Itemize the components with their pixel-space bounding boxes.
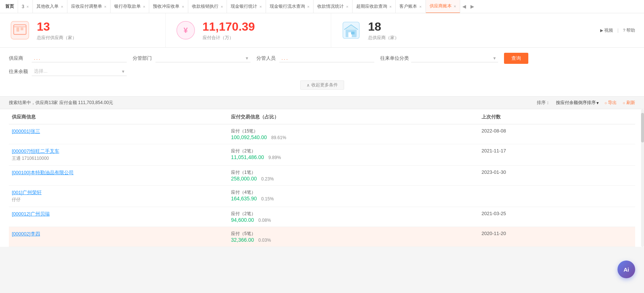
category-label: 往来单位分类 bbox=[380, 55, 409, 62]
query-button[interactable]: 查询 bbox=[504, 53, 528, 64]
supplier-sub-info: 仔仔 bbox=[12, 197, 225, 203]
nav-tab-overdue-collect[interactable]: 超期应收款查询 × bbox=[353, 0, 396, 13]
nav-tab-collect-stat-label: 收款情况统计 bbox=[317, 3, 344, 10]
refresh-label: 刷新 bbox=[626, 100, 635, 106]
close-icon[interactable]: × bbox=[61, 4, 63, 9]
summary-card-total-suppliers: 18 总供应商（家） ▶ 视频 | ? 帮助 bbox=[331, 13, 644, 47]
top-navigation: 首页 3 × 其他收入单 × 应收应付调整单 × 银行存取款单 × 预收冲应收单… bbox=[0, 0, 644, 13]
collapse-icon: ∧ bbox=[307, 83, 310, 88]
nav-tab-ap-adjust-label: 应收应付调整单 bbox=[71, 3, 102, 10]
filter-row-2: 往来余额 选择... ▾ bbox=[9, 67, 635, 76]
nav-tab-other-income[interactable]: 其他收入单 × bbox=[33, 0, 67, 13]
balance-label: 往来余额 bbox=[9, 68, 29, 75]
close-icon[interactable]: × bbox=[389, 4, 392, 9]
table-row: [000007]恒旺二手叉车王通 17106110000应付（2笔）11,051… bbox=[9, 144, 635, 166]
supplier-select[interactable]: ... bbox=[32, 54, 127, 62]
nav-tab-customer-account[interactable]: 客户账本 × bbox=[396, 0, 426, 13]
amount-value[interactable]: 258,000.00 bbox=[231, 176, 257, 182]
th-last-payment: 上次付数 bbox=[479, 109, 635, 124]
supplier-cell: [000007]恒旺二手叉车王通 17106110000 bbox=[9, 144, 228, 166]
nav-tab-home[interactable]: 首页 bbox=[1, 0, 18, 13]
nav-arrow-left[interactable]: ◀ bbox=[460, 0, 468, 13]
tx-type-count: 应付（15笔） bbox=[231, 128, 476, 134]
supplier-link[interactable]: [000001]张三 bbox=[12, 128, 40, 134]
nav-tab-collect-stat[interactable]: 收款情况统计 × bbox=[314, 0, 352, 13]
summary-card-total-ap-amount: ¥ 11,170.39 应付合计（万） bbox=[166, 13, 332, 47]
nav-tab-3[interactable]: 3 × bbox=[18, 0, 33, 13]
video-link[interactable]: ▶ 视频 bbox=[600, 27, 613, 34]
balance-select[interactable]: 选择... ▾ bbox=[32, 67, 127, 76]
filter-person: 分管人员 ... bbox=[256, 54, 374, 62]
supplier-link[interactable]: [000012]广州贝瑞 bbox=[12, 211, 50, 217]
filter-dept: 分管部门 ▾ bbox=[133, 54, 251, 62]
nav-tab-bank-deposit[interactable]: 银行存取款单 × bbox=[111, 0, 149, 13]
supplier-link[interactable]: [000007]恒旺二手叉车 bbox=[12, 148, 59, 154]
amount-value[interactable]: 94,600.00 bbox=[231, 217, 254, 223]
close-icon[interactable]: × bbox=[346, 4, 348, 9]
last-payment-date: 2020-11-20 bbox=[482, 231, 506, 236]
close-icon[interactable]: × bbox=[104, 4, 106, 9]
tx-count-label: （1笔） bbox=[240, 170, 256, 175]
close-icon[interactable]: × bbox=[259, 4, 262, 9]
close-icon[interactable]: × bbox=[221, 4, 223, 9]
tx-type-count: 应付（5笔） bbox=[231, 231, 476, 237]
percent-value: 0.23% bbox=[261, 176, 274, 182]
tx-count-label: （5笔） bbox=[240, 231, 256, 236]
nav-tab-3-close[interactable]: × bbox=[27, 4, 29, 9]
nav-tab-collect-verify[interactable]: 收款核销执行 × bbox=[188, 0, 227, 13]
total-ap-amount-number: 11,170.39 bbox=[203, 20, 255, 34]
result-bar: 搜索结果中，供应商13家 应付金额 111,703,854.00元 排序： 按应… bbox=[0, 97, 644, 109]
nav-tab-prepay-collect[interactable]: 预收冲应收单 × bbox=[149, 0, 188, 13]
total-suppliers-number: 18 bbox=[368, 20, 399, 34]
data-table-wrapper: 供应商信息 应付交易信息（占比） 上次付数 [000001]张三应付（15笔）1… bbox=[0, 109, 644, 247]
sort-value-button[interactable]: 按应付余额倒序排序 ▾ bbox=[556, 100, 599, 106]
help-link[interactable]: ? 帮助 bbox=[623, 27, 635, 34]
sort-value-text: 按应付余额倒序排序 bbox=[556, 100, 596, 106]
last-payment-cell: 2023-01-30 bbox=[479, 166, 635, 186]
supplier-table: 供应商信息 应付交易信息（占比） 上次付数 [000001]张三应付（15笔）1… bbox=[9, 109, 635, 247]
supplier-cell: [000001]张三 bbox=[9, 124, 228, 144]
last-payment-cell: 2021-11-17 bbox=[479, 144, 635, 166]
category-select[interactable]: ▾ bbox=[411, 54, 498, 62]
scrollbar-track[interactable] bbox=[641, 109, 644, 247]
close-icon[interactable]: × bbox=[454, 4, 456, 8]
amount-value[interactable]: 100,092,540.00 bbox=[231, 134, 267, 140]
close-icon[interactable]: × bbox=[143, 4, 145, 9]
table-row: [000001]张三应付（15笔）100,092,540.0089.61%202… bbox=[9, 124, 635, 144]
nav-tab-cash-bank-flow[interactable]: 现金银行流水查询 × bbox=[266, 0, 314, 13]
close-icon[interactable]: × bbox=[419, 4, 421, 9]
nav-tab-cash-bank-stat[interactable]: 现金银行统计 × bbox=[227, 0, 266, 13]
collapse-button[interactable]: ∧ 收起更多条件 bbox=[300, 80, 344, 90]
nav-tab-bank-deposit-label: 银行存取款单 bbox=[114, 3, 141, 10]
result-info: 搜索结果中，供应商13家 应付金额 111,703,854.00元 bbox=[9, 100, 113, 106]
chevron-down-icon: ▾ bbox=[246, 55, 248, 61]
dept-label: 分管部门 bbox=[133, 55, 153, 62]
nav-tab-ap-adjust[interactable]: 应收应付调整单 × bbox=[67, 0, 111, 13]
amount-value[interactable]: 11,051,486.00 bbox=[231, 154, 264, 160]
table-header-row: 供应商信息 应付交易信息（占比） 上次付数 bbox=[9, 109, 635, 124]
transaction-cell: 应付（15笔）100,092,540.0089.61% bbox=[228, 124, 479, 144]
person-select[interactable]: ... bbox=[279, 54, 374, 62]
tx-type-label: 应付 bbox=[231, 190, 240, 195]
nav-tab-supplier-account[interactable]: 供应商账本 × bbox=[426, 0, 460, 13]
filter-category: 往来单位分类 ▾ bbox=[380, 54, 498, 62]
close-icon[interactable]: × bbox=[182, 4, 184, 9]
amount-value[interactable]: 164,635.90 bbox=[231, 196, 257, 201]
last-payment-cell: 2020-11-20 bbox=[479, 227, 635, 247]
nav-tab-home-label: 首页 bbox=[5, 3, 14, 10]
dept-select[interactable]: ▾ bbox=[155, 54, 251, 62]
scrollbar-thumb[interactable] bbox=[641, 113, 644, 142]
tx-type-count: 应付（1笔） bbox=[231, 169, 476, 176]
supplier-link[interactable]: [000100]本特勤油品有限公司 bbox=[12, 170, 74, 175]
refresh-button[interactable]: ○ 刷新 bbox=[623, 100, 635, 106]
nav-arrow-right[interactable]: ▶ bbox=[468, 0, 476, 13]
supplier-link[interactable]: [000002]李四 bbox=[12, 231, 40, 237]
table-row: [000002]李四应付（5笔）32,366.000.03%2020-11-20 bbox=[9, 227, 635, 247]
last-payment-cell: 2022-08-08 bbox=[479, 124, 635, 144]
amount-value[interactable]: 32,366.00 bbox=[231, 237, 254, 243]
supplier-link[interactable]: [001]广州荣轩 bbox=[12, 190, 42, 195]
last-payment-cell: 2021-03-25 bbox=[479, 207, 635, 227]
export-button[interactable]: ○ 导出 bbox=[605, 100, 617, 106]
close-icon[interactable]: × bbox=[307, 4, 309, 9]
help-label: 帮助 bbox=[626, 27, 635, 34]
